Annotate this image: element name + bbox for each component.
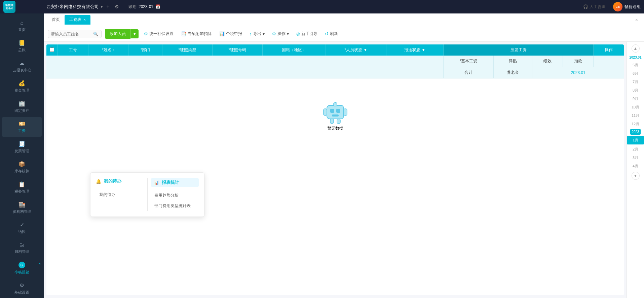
sidebar-item-cloud-report[interactable]: ☁ 云报表中心 <box>2 57 42 76</box>
th-allowance: 津贴 <box>494 56 532 67</box>
timeline-up-btn[interactable]: ▲ <box>632 44 640 53</box>
closing-icon: ✓ <box>20 222 24 228</box>
refresh-btn[interactable]: ↺ 刷新 <box>323 30 340 38</box>
popup-item-dept-cost[interactable]: 部门费用类型统计表 <box>151 201 199 211</box>
timeline-5[interactable]: 5月 <box>627 61 644 69</box>
timeline-7[interactable]: 7月 <box>627 78 644 86</box>
export-btn[interactable]: ↑ 导出 ▾ <box>248 30 267 38</box>
salary-table: 工号 *姓名 ↕ *部门 *证照类型 *证照号码 国籍（地区） *人员状态 ▼ … <box>46 44 624 152</box>
popup-divider <box>147 178 148 211</box>
sidebar-label-fund: 资金管理 <box>14 88 29 93</box>
guide-btn[interactable]: ◎ 新手引导 <box>294 30 319 38</box>
sidebar-item-salary[interactable]: 💴 工资 <box>2 117 42 137</box>
sidebar-item-multi-org[interactable]: 🏬 多机构管理 <box>2 198 42 218</box>
logo-area: 畅捷通 好会计 <box>3 1 40 13</box>
user-name: 畅捷通组 <box>624 4 641 10</box>
th-department: *部门 <box>128 44 162 56</box>
timeline-9[interactable]: 9月 <box>627 95 644 103</box>
svg-rect-3 <box>332 114 339 117</box>
sidebar-label-expense: 小畅报销 <box>14 270 29 275</box>
timeline-jan[interactable]: 1月 <box>627 136 644 144</box>
timeline-12[interactable]: 12月 <box>627 120 644 128</box>
user-area[interactable]: CE 畅捷通组 <box>613 2 641 11</box>
sidebar-label-closing: 结账 <box>18 229 26 234</box>
top-icons: ＋ ⚙ <box>105 3 119 10</box>
popup-item-cost-trend[interactable]: 费用趋势分析 <box>151 190 199 201</box>
export-icon: ↑ <box>250 31 252 36</box>
popup-report-title: 📊 报表统计 <box>151 178 199 187</box>
search-box: 🔍 <box>48 30 102 38</box>
sidebar-item-settings[interactable]: ⚙ 基础设置 <box>2 279 42 298</box>
sidebar-label-salary: 工资 <box>18 128 26 133</box>
th-pension: 养老金 <box>494 67 532 78</box>
tax-report-btn[interactable]: 📊 个税申报 <box>217 30 244 38</box>
search-icon[interactable]: 🔍 <box>93 32 98 36</box>
period-label: 账期 <box>128 4 137 10</box>
sidebar-item-general-ledger[interactable]: 📒 总账 <box>2 36 42 56</box>
tab-home[interactable]: 首页 <box>47 15 65 25</box>
operation-btn[interactable]: ⚙ 操作 ▾ <box>270 30 291 38</box>
export-dropdown-icon: ▾ <box>263 32 265 36</box>
svg-rect-7 <box>344 109 347 115</box>
popup-overlay: 🔔 我的待办 我的待办 📊 报表统计 <box>90 172 204 217</box>
timeline-2[interactable]: 2月 <box>627 145 644 154</box>
add-employee-btn[interactable]: 添加人员 <box>105 29 130 39</box>
sidebar-item-fund[interactable]: 💰 资金管理 <box>2 77 42 96</box>
company-area[interactable]: 西安虾米网络科技有限公司 ▾ <box>46 4 103 10</box>
timeline-2023-01-header[interactable]: 2023.01 <box>627 54 644 61</box>
support-btn[interactable]: 🎧 人工咨询 <box>581 3 608 11</box>
th-spacer <box>46 56 444 67</box>
search-input[interactable] <box>51 32 91 36</box>
operation-icon: ⚙ <box>272 31 276 36</box>
sidebar-item-fixed-asset[interactable]: 🏢 固定资产 <box>2 97 42 117</box>
sidebar-item-home[interactable]: ⌂ 首页 <box>2 16 42 36</box>
timeline-4[interactable]: 4月 <box>627 162 644 170</box>
timeline-3[interactable]: 3月 <box>627 154 644 162</box>
timeline-11[interactable]: 11月 <box>627 111 644 120</box>
popup-col-todo: 🔔 我的待办 我的待办 <box>96 178 144 211</box>
add-employee-dropdown[interactable]: ▾ <box>130 29 139 38</box>
timeline-10[interactable]: 10月 <box>627 103 644 111</box>
sidebar-item-tax[interactable]: 📋 税务管理 <box>2 178 42 197</box>
th-operation: 操作 <box>594 44 624 56</box>
cloud-icon: ☁ <box>19 60 25 66</box>
content-close-btn[interactable]: × <box>633 16 641 24</box>
table-area: 工号 *姓名 ↕ *部门 *证照类型 *证照号码 国籍（地区） *人员状态 ▼ … <box>44 42 644 298</box>
th-id-no: *证照号码 <box>212 44 262 56</box>
sidebar-item-closing[interactable]: ✓ 结账 <box>2 218 42 238</box>
empty-state-cell: 暂无数据 <box>46 78 624 152</box>
sidebar-label-cloud-report: 云报表中心 <box>13 68 31 73</box>
collapse-icon: ◂ <box>39 262 40 265</box>
th-checkbox <box>46 44 58 56</box>
sidebar-item-expense[interactable]: G 小畅报销 ◂ <box>2 258 42 278</box>
app-logo: 畅捷通 好会计 <box>3 1 15 13</box>
tab-close-icon[interactable]: × <box>83 18 86 22</box>
social-security-btn[interactable]: ⚙ 统一社保设置 <box>142 30 176 38</box>
timeline-down-btn[interactable]: ▼ <box>632 172 640 180</box>
timeline-8[interactable]: 8月 <box>627 86 644 95</box>
home-icon: ⌂ <box>20 20 24 26</box>
th-performance: 绩效 <box>532 56 563 67</box>
sidebar-label-settings: 基础设置 <box>14 290 29 295</box>
sidebar-item-inventory[interactable]: 📦 库存核算 <box>2 158 42 177</box>
top-bar: 畅捷通 好会计 西安虾米网络科技有限公司 ▾ ＋ ⚙ 账期 2023-01 📅 … <box>0 0 644 13</box>
headset-icon: 🎧 <box>583 4 588 9</box>
expense-icon: G <box>18 262 25 268</box>
add-icon[interactable]: ＋ <box>105 3 111 10</box>
tab-salary[interactable]: 工资表 × <box>65 15 90 25</box>
timeline-6[interactable]: 6月 <box>627 69 644 78</box>
calendar-icon[interactable]: 📅 <box>155 4 160 9</box>
th-send-status: 报送状态 ▼ <box>386 44 443 56</box>
sidebar-item-invoice[interactable]: 🧾 发票管理 <box>2 137 42 157</box>
th-base-salary: *基本工资 <box>444 56 494 67</box>
svg-rect-9 <box>337 119 340 124</box>
tab-bar: 首页 工资表 × × <box>44 13 644 26</box>
select-all-checkbox[interactable] <box>50 47 54 52</box>
sidebar-item-archive[interactable]: 🗂 归档管理 <box>2 238 42 258</box>
company-dropdown-icon[interactable]: ▾ <box>101 5 103 9</box>
settings-icon[interactable]: ⚙ <box>115 4 119 9</box>
settings-gear-icon: ⚙ <box>20 282 24 289</box>
special-deduction-btn[interactable]: 📑 专项附加扣除 <box>179 30 214 38</box>
popup-item-todo[interactable]: 我的待办 <box>96 190 144 200</box>
period-value[interactable]: 2023-01 <box>139 4 153 9</box>
